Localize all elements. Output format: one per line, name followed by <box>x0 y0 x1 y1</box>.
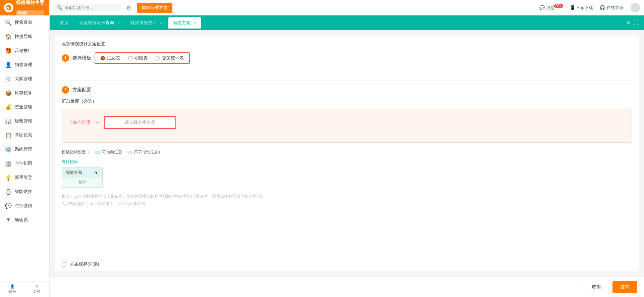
sidebar-item-inventory[interactable]: 📦 库存核算 <box>0 86 49 100</box>
step1-label: 选择模板 <box>72 55 91 61</box>
radio-summary[interactable]: 汇总表 <box>101 55 120 61</box>
settings-icon[interactable]: ⚙ <box>126 4 131 11</box>
sidebar-item-marketing[interactable]: 🎁 营销推广 <box>0 44 49 58</box>
save-checkbox[interactable] <box>62 262 66 266</box>
step2-label: 方案配置 <box>72 87 91 93</box>
logo-text: 畅捷通好生意 <box>16 0 44 6</box>
radio-detail-input[interactable] <box>128 56 132 60</box>
sidebar-item-label: 企业协同 <box>15 160 32 166</box>
chart-icon: 📊 <box>5 118 11 124</box>
sidebar-item-label: 搜索菜单 <box>15 19 32 26</box>
sidebar-tag: 标准版 <box>16 10 44 16</box>
sidebar-avatar-icon: 👤 <box>10 284 15 289</box>
sidebar-item-label: 企业微信 <box>15 203 32 209</box>
radio-summary-input[interactable] <box>101 56 105 60</box>
step1-number: 1 <box>62 54 69 62</box>
app-download-item[interactable]: 📱 App下载 <box>570 5 593 11</box>
tab-close-all-icon[interactable]: ✕ <box>626 20 631 26</box>
tab-collection-stat-label: 收款情况统计 <box>130 20 157 26</box>
tab-bank-flow[interactable]: 现金银行流水查询 × <box>74 17 124 29</box>
template-radio-group: 汇总表 明细表 交叉统计表 <box>95 52 190 64</box>
sidebar-item-operations[interactable]: 📊 经营管理 <box>0 114 49 128</box>
message-item[interactable]: 💬 消息 99+ <box>539 5 563 11</box>
sidebar-item-label: 营销推广 <box>15 48 32 54</box>
industry-plan-button[interactable]: 体验行业方案 <box>137 3 172 13</box>
topbar: 🔍 ⚙ 体验行业方案 💬 消息 99+ 📱 App下载 🎧 在线客服 <box>50 0 644 15</box>
radio-cross-label: 交叉统计表 <box>162 55 184 61</box>
sidebar-item-label: 经营管理 <box>15 118 32 124</box>
home-icon: 🏠 <box>5 34 11 40</box>
building-icon: 🏢 <box>5 160 11 166</box>
sidebar-item-basic-info[interactable]: 📋 基础信息 <box>0 128 49 142</box>
doc-icon: 📋 <box>5 132 11 138</box>
tab-new-plan-label: 新建方案 <box>173 20 191 26</box>
topbar-search-icon: 🔍 <box>57 5 62 10</box>
dim-select-button[interactable]: 请选择分组维度 <box>104 116 176 129</box>
cancel-button[interactable]: 取消 <box>584 281 609 293</box>
search-input[interactable] <box>64 5 115 10</box>
tab-new-plan-close[interactable]: × <box>194 20 196 25</box>
main-area: 🔍 ⚙ 体验行业方案 💬 消息 99+ 📱 App下载 🎧 在线客服 首页 <box>50 0 644 297</box>
sidebar-item-member[interactable]: ▼ 畅会员 <box>0 213 49 227</box>
tab-home-label: 首页 <box>60 20 68 26</box>
stat-dropdown-icon[interactable]: ▼ <box>94 170 98 175</box>
lightbulb-icon: 💡 <box>5 175 11 181</box>
sidebar-item-label: 基础信息 <box>15 132 32 138</box>
section-divider <box>62 81 632 81</box>
step2-number: 2 <box>62 86 69 94</box>
service-item[interactable]: 🎧 在线客服 <box>600 5 624 11</box>
gift-icon: 🎁 <box>5 48 11 54</box>
service-label: 在线客服 <box>606 5 624 11</box>
query-button[interactable]: 查询 <box>612 281 637 293</box>
watch-icon: ⌚ <box>5 189 11 195</box>
topbar-right: 💬 消息 99+ 📱 App下载 🎧 在线客服 <box>539 3 640 12</box>
sidebar-item-guide[interactable]: 💡 新手引导 <box>0 170 49 185</box>
message-label: 消息 <box>546 5 555 11</box>
radio-detail[interactable]: 明细表 <box>128 55 148 61</box>
save-label: 方案保存(可选) <box>70 261 99 267</box>
radio-cross-input[interactable] <box>156 56 160 60</box>
member-icon: ▼ <box>5 217 11 223</box>
dim-row-label: 纵向维度 <box>70 119 91 126</box>
sidebar-item-sales[interactable]: 👤 销售管理 <box>0 58 49 72</box>
sidebar-item-search-menu[interactable]: 🔍 搜索菜单 <box>0 15 49 30</box>
tab-home[interactable]: 首页 <box>55 17 73 29</box>
tips-section: 提示： 1.拖动标题栏可以调整布局，不可跨维度或指标区域拖动栏目字段(只能在同一… <box>62 193 632 207</box>
sidebar-more-icon: ≡ <box>36 284 38 288</box>
stat-table-header[interactable]: 收款金额 ▼ <box>62 168 102 178</box>
radio-cross[interactable]: 交叉统计表 <box>156 55 184 61</box>
sidebar-item-enterprise[interactable]: 🏢 企业协同 <box>0 156 49 170</box>
sidebar-item-label: 采购管理 <box>15 76 32 82</box>
sidebar-item-hardware[interactable]: ⌚ 智能硬件 <box>0 185 49 199</box>
tab-bank-flow-close[interactable]: × <box>117 20 120 25</box>
sidebar-item-purchase[interactable]: 🛒 采购管理 <box>0 72 49 86</box>
wechat-icon: 💬 <box>5 203 11 209</box>
action-bar: 取消 查询 <box>50 277 644 297</box>
sidebar-item-quick-nav[interactable]: 🏠 快捷导航 <box>0 30 49 44</box>
message-badge: 99+ <box>554 4 563 8</box>
no-drag-indicator-box <box>127 151 133 154</box>
tab-collection-stat[interactable]: 收款情况统计 × <box>126 17 167 29</box>
sidebar-item-label: 库存核算 <box>15 90 32 96</box>
no-drag-badge: 不可拖动位置） <box>127 149 162 155</box>
sidebar-bottom: 👤 账号 ≡ 更多 <box>0 281 49 297</box>
tab-new-plan[interactable]: 新建方案 × <box>168 17 201 29</box>
sidebar-bottom-right[interactable]: ≡ 更多 <box>33 284 41 294</box>
content-card: 收款情况统计方案设置 1 选择模板 汇总表 明细表 <box>55 36 639 257</box>
sidebar-logo: 好 畅捷通好生意 标准版 <box>0 0 49 15</box>
sidebar-bottom-left[interactable]: 👤 账号 <box>9 284 16 294</box>
tab-expand-icon[interactable]: ⛶ <box>633 20 639 26</box>
tab-collection-stat-close[interactable]: × <box>160 20 162 25</box>
sidebar-item-system[interactable]: ⚙️ 系统管理 <box>0 142 49 156</box>
box-icon: 📦 <box>5 90 11 96</box>
user-avatar[interactable] <box>631 3 640 12</box>
page-title: 收款情况统计方案设置 <box>62 41 632 47</box>
service-icon: 🎧 <box>600 5 605 10</box>
sidebar-item-wechat[interactable]: 💬 企业微信 <box>0 199 49 213</box>
indicator-settings: 模板指标设定（ 可拖动位置 不可拖动位置） 统计指标 <box>62 149 632 188</box>
sidebar-item-finance[interactable]: 💰 资金管理 <box>0 100 49 114</box>
tip-1: 提示： 1.拖动标题栏可以调整布局，不可跨维度或指标区域拖动栏目字段(只能在同一… <box>62 193 632 200</box>
stat-col-header: 收款金额 <box>66 170 82 176</box>
money-icon: 💰 <box>5 104 11 110</box>
search-box[interactable]: 🔍 <box>54 4 121 11</box>
